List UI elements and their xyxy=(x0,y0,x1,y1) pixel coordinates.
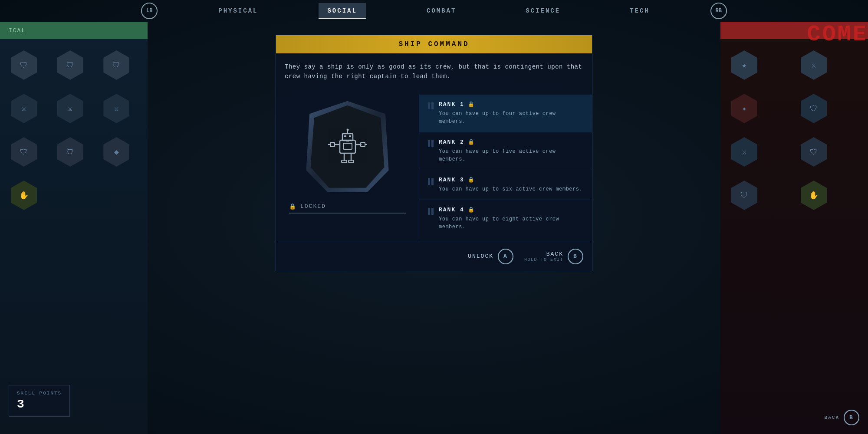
rank-4-lock-icon: 🔒 xyxy=(468,207,474,213)
rank-4-title: RANK 4 xyxy=(439,207,464,213)
shield-icon: 🛡 xyxy=(20,61,28,70)
lock-icon: 🔒 xyxy=(289,203,297,210)
list-item[interactable]: 🛡 xyxy=(796,132,831,171)
tab-physical[interactable]: PHYSICAL xyxy=(210,3,266,19)
shield-icon: ⚔ xyxy=(22,104,26,113)
skill-points-box: SKILL POINTS 3 xyxy=(9,385,70,417)
skill-points-value: 3 xyxy=(17,398,25,411)
skill-image-container xyxy=(304,99,391,194)
bottom-back-label: BACK xyxy=(825,415,839,420)
svg-point-17 xyxy=(346,128,349,131)
locked-bar: 🔒 LOCKED xyxy=(285,203,410,214)
right-skill-grid: ★ ⚔ ✦ 🛡 ⚔ 🛡 🛡 ✋ xyxy=(720,39,868,221)
list-item[interactable]: ⚔ xyxy=(7,89,41,128)
rank-1-description: You can have up to four active crew memb… xyxy=(439,110,583,125)
rank-4-title-row: RANK 4 🔒 xyxy=(439,207,583,213)
left-panel-header: ICAL xyxy=(0,22,148,39)
sword-icon: ⚔ xyxy=(812,60,816,70)
skill-card-body: 🔒 LOCKED RANK 1 xyxy=(276,90,592,242)
rank-2-title: RANK 2 xyxy=(439,139,464,145)
rank-1-lock-icon: 🔒 xyxy=(468,101,474,108)
placeholder-icon: ◆ xyxy=(114,147,119,157)
rank-3-description: You can have up to six active crew membe… xyxy=(439,185,583,193)
unlock-action[interactable]: UNLOCK A xyxy=(468,249,513,264)
robot-icon xyxy=(326,123,369,171)
list-item[interactable]: 🛡 xyxy=(53,132,88,171)
list-item[interactable]: ⚔ xyxy=(796,46,831,85)
list-item[interactable]: 🛡 xyxy=(53,46,88,85)
svg-rect-14 xyxy=(342,160,347,163)
shield-icon: ⚔ xyxy=(68,104,72,113)
rank-2-description: You can have up to five active crew memb… xyxy=(439,148,583,163)
rank-bar xyxy=(428,178,430,185)
shield-icon: 🛡 xyxy=(740,191,748,200)
unlock-button[interactable]: A xyxy=(498,249,513,264)
main-panel: SHIP COMMAND They say a ship is only as … xyxy=(148,26,720,421)
bottom-back-button[interactable]: B xyxy=(844,410,859,425)
svg-rect-0 xyxy=(340,140,355,153)
rank-bar xyxy=(431,102,434,109)
list-item[interactable]: 🛡 xyxy=(7,132,41,171)
skill-card-image-area: 🔒 LOCKED xyxy=(276,90,419,242)
rank-1-item[interactable]: RANK 1 🔒 You can have up to four active … xyxy=(419,95,592,132)
tab-combat[interactable]: COMBAT xyxy=(418,3,465,19)
rank-1-title-row: RANK 1 🔒 xyxy=(439,101,583,108)
rank-bar xyxy=(431,140,434,147)
shield-icon: 🛡 xyxy=(810,148,818,157)
back-button[interactable]: B xyxy=(568,249,583,264)
svg-rect-4 xyxy=(349,135,351,137)
rank-bar xyxy=(431,208,434,215)
rank-3-title-row: RANK 3 🔒 xyxy=(439,177,583,183)
tab-tech[interactable]: TECH xyxy=(621,3,658,19)
list-item[interactable]: ★ xyxy=(727,46,762,85)
unlock-label: UNLOCK xyxy=(468,253,493,260)
rank-2-info: RANK 2 🔒 You can have up to five active … xyxy=(439,139,583,163)
shield-icon: 🛡 xyxy=(66,61,74,70)
tab-science[interactable]: SCIENCE xyxy=(517,3,569,19)
list-item[interactable]: ⚔ xyxy=(99,89,134,128)
list-item[interactable]: ✦ xyxy=(727,89,762,128)
rank-4-info: RANK 4 🔒 You can have up to eight active… xyxy=(439,207,583,231)
list-item[interactable]: ⚔ xyxy=(53,89,88,128)
bottom-right-back[interactable]: BACK B xyxy=(825,410,859,425)
hand-icon: ✋ xyxy=(809,191,819,200)
rank-2-lock-icon: 🔒 xyxy=(468,139,474,145)
back-label-stack: BACK HOLD TO EXIT xyxy=(524,251,563,262)
left-skill-grid: 🛡 🛡 🛡 ⚔ ⚔ ⚔ 🛡 🛡 ◆ ✋ xyxy=(0,39,148,221)
list-item[interactable]: 🛡 xyxy=(796,89,831,128)
shield-icon: 🛡 xyxy=(810,104,818,113)
list-item[interactable]: ◆ xyxy=(99,132,134,171)
rank-1-title: RANK 1 xyxy=(439,101,464,108)
rank-3-item[interactable]: RANK 3 🔒 You can have up to six active c… xyxy=(419,170,592,200)
svg-rect-15 xyxy=(349,160,354,163)
list-item[interactable]: 🛡 xyxy=(727,176,762,215)
shield-icon: 🛡 xyxy=(20,148,28,157)
list-item[interactable]: ✋ xyxy=(7,176,41,215)
rank-2-item[interactable]: RANK 2 🔒 You can have up to five active … xyxy=(419,132,592,170)
skill-card-title: SHIP COMMAND xyxy=(398,40,469,48)
hex-inner xyxy=(311,105,385,188)
rank-4-item[interactable]: RANK 4 🔒 You can have up to eight active… xyxy=(419,200,592,237)
locked-label: 🔒 LOCKED xyxy=(289,203,406,210)
skill-points-label: SKILL POINTS xyxy=(17,391,62,396)
rank-1-info: RANK 1 🔒 You can have up to four active … xyxy=(439,101,583,125)
list-item[interactable]: 🛡 xyxy=(99,46,134,85)
rank-4-bars xyxy=(428,208,434,215)
right-skills-panel: COME ★ ⚔ ✦ 🛡 ⚔ 🛡 🛡 ✋ xyxy=(720,22,868,434)
lb-button[interactable]: LB xyxy=(141,3,158,19)
top-navigation: LB PHYSICAL SOCIAL COMBAT SCIENCE TECH R… xyxy=(0,0,868,22)
svg-rect-1 xyxy=(343,143,352,149)
tab-social[interactable]: SOCIAL xyxy=(319,3,365,19)
list-item[interactable]: ✋ xyxy=(796,176,831,215)
rb-button[interactable]: RB xyxy=(710,3,727,19)
back-sub-label: HOLD TO EXIT xyxy=(524,257,563,262)
skill-card-header: SHIP COMMAND xyxy=(276,35,592,53)
shield-icon: 🛡 xyxy=(112,61,120,70)
back-action[interactable]: BACK HOLD TO EXIT B xyxy=(524,249,583,264)
rank-3-title: RANK 3 xyxy=(439,177,464,183)
skill-card-description: They say a ship is only as good as its c… xyxy=(276,53,592,90)
rank-bar xyxy=(428,140,430,147)
svg-rect-2 xyxy=(342,134,353,141)
list-item[interactable]: ⚔ xyxy=(727,132,762,171)
list-item[interactable]: 🛡 xyxy=(7,46,41,85)
